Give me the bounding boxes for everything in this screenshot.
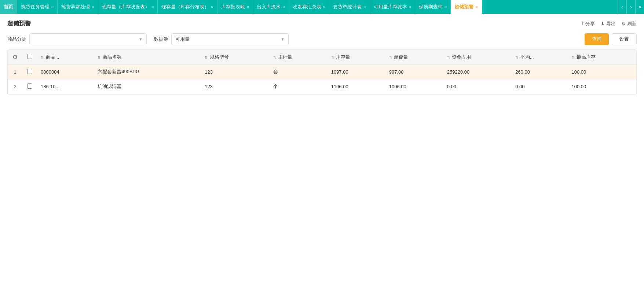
row-avg: 0.00	[512, 79, 568, 94]
gear-icon[interactable]: ⚙	[12, 54, 18, 60]
nav-arrow-right[interactable]: ›	[626, 0, 635, 14]
data-table: ⚙ ⇅ 商品... ⇅ 商品名称 ⇅ 规格型号	[7, 49, 637, 94]
row-product-name: 六配套新昌490BPG	[94, 64, 201, 79]
nav-tab-8[interactable]: 可用量库存账本 ×	[370, 0, 415, 14]
settings-button[interactable]: 设置	[612, 33, 637, 45]
nav-tab-3[interactable]: 现存量（库存分布表） ×	[158, 0, 217, 14]
close-tab-1-icon[interactable]: ×	[92, 5, 94, 9]
close-tab-3-icon[interactable]: ×	[211, 5, 213, 9]
page-content: 超储预警 ⤴ 分享 ⬇ 导出 ↻ 刷新 商品分类 ▼ 数据源	[0, 14, 644, 100]
refresh-icon: ↻	[622, 21, 626, 26]
nav-home[interactable]: 首页	[0, 0, 17, 14]
row-product-name: 机油滤清器	[94, 79, 201, 94]
sort-icon: ⇅	[205, 55, 208, 59]
export-button[interactable]: ⬇ 导出	[601, 21, 616, 27]
col-unit[interactable]: ⇅ 主计量	[270, 50, 328, 64]
header-actions: ⤴ 分享 ⬇ 导出 ↻ 刷新	[581, 21, 637, 27]
datasource-filter-group: 数据源 可用量 ▼	[154, 33, 289, 45]
filter-actions: 查询 设置	[585, 33, 637, 45]
col-overstock[interactable]: ⇅ 超储量	[385, 50, 443, 64]
share-icon: ⤴	[581, 21, 584, 26]
row-checkbox-cell[interactable]	[22, 79, 37, 94]
sort-icon: ⇅	[98, 55, 100, 59]
sort-icon: ⇅	[389, 55, 392, 59]
row-checkbox[interactable]	[27, 69, 32, 74]
category-filter-group: 商品分类 ▼	[7, 33, 147, 45]
table-checkbox-header[interactable]	[22, 50, 37, 64]
col-spec[interactable]: ⇅ 规格型号	[201, 50, 269, 64]
row-stock: 1097.00	[328, 64, 385, 79]
row-spec: 123	[201, 64, 269, 79]
row-unit: 套	[270, 64, 328, 79]
close-tab-5-icon[interactable]: ×	[282, 5, 285, 9]
datasource-label: 数据源	[154, 36, 168, 42]
close-tab-4-icon[interactable]: ×	[247, 5, 249, 9]
close-tab-10-icon[interactable]: ×	[475, 5, 477, 9]
row-avg: 260.00	[512, 64, 568, 79]
nav-tab-2[interactable]: 现存量（库存状况表） ×	[98, 0, 158, 14]
nav-tab-0[interactable]: 拣货任务管理 ×	[17, 0, 58, 14]
col-capital[interactable]: ⇅ 资金占用	[443, 50, 512, 64]
row-capital: 0.00	[443, 79, 512, 94]
close-tab-8-icon[interactable]: ×	[409, 5, 411, 9]
nav-tab-1[interactable]: 拣货异常处理 ×	[58, 0, 98, 14]
share-button[interactable]: ⤴ 分享	[581, 21, 595, 27]
category-select[interactable]: ▼	[29, 33, 147, 45]
row-stock: 1106.00	[328, 79, 385, 94]
sort-icon: ⇅	[41, 55, 44, 59]
filter-row: 商品分类 ▼ 数据源 可用量 ▼ 查询 设置	[7, 33, 637, 45]
row-index: 1	[8, 64, 22, 79]
table-header-row: ⚙ ⇅ 商品... ⇅ 商品名称 ⇅ 规格型号	[8, 50, 636, 64]
nav-tab-6[interactable]: 收发存汇总表 ×	[289, 0, 329, 14]
nav-tab-5[interactable]: 出入库流水 ×	[253, 0, 289, 14]
select-all-checkbox[interactable]	[27, 54, 32, 59]
datasource-select[interactable]: 可用量 ▼	[171, 33, 289, 45]
nav-arrow-left[interactable]: ‹	[618, 0, 626, 14]
table-row: 2 186-10... 机油滤清器 123 个 1106.00 1006.00 …	[8, 79, 636, 94]
close-tab-2-icon[interactable]: ×	[151, 5, 154, 9]
category-label: 商品分类	[7, 36, 26, 42]
row-capital: 259220.00	[443, 64, 512, 79]
nav-tab-10[interactable]: 超储预警 ×	[451, 0, 482, 14]
sort-icon: ⇅	[273, 55, 276, 59]
row-overstock: 997.00	[385, 64, 443, 79]
table-row: 1 0000004 六配套新昌490BPG 123 套 1097.00 997.…	[8, 64, 636, 79]
nav-arrows: ‹ › ×	[618, 0, 644, 14]
row-checkbox[interactable]	[27, 84, 32, 89]
row-checkbox-cell[interactable]	[22, 64, 37, 79]
col-stock[interactable]: ⇅ 库存量	[328, 50, 385, 64]
refresh-button[interactable]: ↻ 刷新	[622, 21, 637, 27]
nav-tab-7[interactable]: 要货单统计表 ×	[329, 0, 370, 14]
page-title: 超储预警	[7, 20, 31, 27]
sort-icon: ⇅	[447, 55, 450, 59]
sort-icon: ⇅	[515, 55, 518, 59]
close-tab-7-icon[interactable]: ×	[363, 5, 366, 9]
export-icon: ⬇	[601, 21, 605, 26]
col-max-stock[interactable]: ⇅ 最高库存	[568, 50, 636, 64]
sort-icon: ⇅	[572, 55, 575, 59]
row-max-stock: 100.00	[568, 79, 636, 94]
query-button[interactable]: 查询	[585, 33, 609, 45]
col-product-name[interactable]: ⇅ 商品名称	[94, 50, 201, 64]
table-settings-header[interactable]: ⚙	[8, 50, 22, 64]
col-product-code[interactable]: ⇅ 商品...	[37, 50, 94, 64]
row-spec: 123	[201, 79, 269, 94]
row-max-stock: 100.00	[568, 64, 636, 79]
category-chevron-down-icon: ▼	[139, 37, 143, 41]
top-nav: 首页 拣货任务管理 × 拣货异常处理 × 现存量（库存状况表） × 现存量（库存…	[0, 0, 644, 14]
row-product-code: 0000004	[37, 64, 94, 79]
col-avg[interactable]: ⇅ 平均...	[512, 50, 568, 64]
nav-tab-4[interactable]: 库存批次账 ×	[217, 0, 253, 14]
close-tab-6-icon[interactable]: ×	[323, 5, 325, 9]
row-overstock: 1006.00	[385, 79, 443, 94]
table-body: 1 0000004 六配套新昌490BPG 123 套 1097.00 997.…	[8, 64, 636, 94]
nav-arrow-close[interactable]: ×	[635, 0, 644, 14]
datasource-chevron-down-icon: ▼	[281, 37, 285, 41]
sort-icon: ⇅	[331, 55, 334, 59]
row-unit: 个	[270, 79, 328, 94]
close-tab-0-icon[interactable]: ×	[51, 5, 54, 9]
table: ⚙ ⇅ 商品... ⇅ 商品名称 ⇅ 规格型号	[8, 50, 636, 94]
datasource-select-value: 可用量	[175, 36, 190, 42]
nav-tab-9[interactable]: 保质期查询 ×	[415, 0, 451, 14]
close-tab-9-icon[interactable]: ×	[444, 5, 447, 9]
